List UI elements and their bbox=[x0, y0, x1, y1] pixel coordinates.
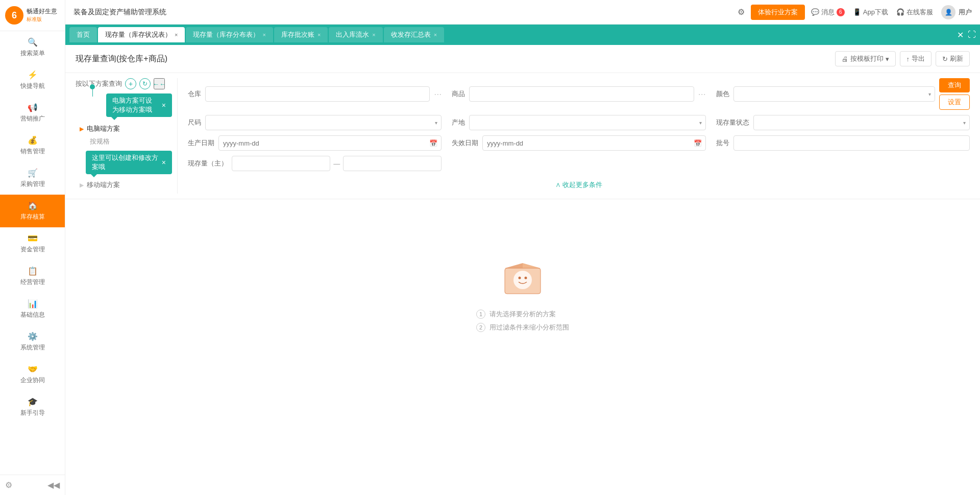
sidebar-item-finance[interactable]: 💳 资金管理 bbox=[0, 227, 65, 260]
export-button[interactable]: ↑ 导出 bbox=[900, 51, 932, 66]
page-header-actions: 🖨 按模板打印 ▾ ↑ 导出 ↻ 刷新 bbox=[835, 51, 970, 66]
topbar-gear-button[interactable]: ⚙ bbox=[738, 7, 745, 17]
color-select[interactable] bbox=[733, 86, 935, 102]
avatar: 👤 bbox=[941, 5, 955, 19]
inv-status-select[interactable] bbox=[753, 115, 970, 130]
sidebar-item-search[interactable]: 🔍 搜索菜单 bbox=[0, 31, 65, 64]
collapse-icon: ∧ bbox=[555, 181, 561, 188]
sidebar-item-operations[interactable]: 📋 经营管理 bbox=[0, 260, 65, 293]
collapse-label: 收起更多条件 bbox=[562, 181, 602, 188]
reset-button[interactable]: 设置 bbox=[939, 95, 970, 110]
origin-select[interactable] bbox=[469, 115, 705, 130]
filter-row2: 尺码 ▾ 产地 bbox=[188, 115, 970, 130]
basicinfo-icon: 📊 bbox=[28, 299, 38, 309]
topbar: 装备及固定资产辅助管理系统 ⚙ 体验行业方案 💬 消息 6 📱 App下载 🎧 … bbox=[65, 0, 980, 25]
collapse-row[interactable]: ∧ 收起更多条件 bbox=[188, 176, 970, 194]
close-tab-receivable-summary[interactable]: × bbox=[434, 32, 437, 38]
warehouse-input[interactable] bbox=[205, 86, 430, 102]
filter-warehouse: 仓库 ··· bbox=[188, 86, 442, 102]
filter-prod-date: 生产日期 📅 bbox=[188, 135, 442, 151]
settings-icon[interactable]: ⚙ bbox=[5, 480, 12, 490]
sidebar-item-collab-label: 企业协同 bbox=[20, 376, 45, 385]
sidebar-item-purchase[interactable]: 🛒 采购管理 bbox=[0, 162, 65, 195]
scheme-tooltip2-container: 这里可以创建和修改方案哦 × bbox=[86, 151, 172, 174]
refresh-scheme-button[interactable]: ↻ bbox=[139, 78, 151, 89]
scheme-pc-item[interactable]: ▶ 电脑端方案 bbox=[76, 122, 172, 135]
expiry-date-input[interactable] bbox=[482, 135, 705, 151]
search-button[interactable]: 查询 bbox=[939, 78, 970, 92]
tab-batch-account-label: 库存批次账 bbox=[281, 30, 314, 39]
guide-icon: 🎓 bbox=[28, 397, 38, 407]
export-label: 导出 bbox=[912, 54, 925, 63]
add-scheme-button[interactable]: + bbox=[125, 78, 136, 89]
close-all-tabs-button[interactable]: ✕ bbox=[957, 30, 964, 40]
message-button[interactable]: 💬 消息 6 bbox=[811, 8, 845, 17]
marketing-icon: 📢 bbox=[28, 103, 38, 112]
tab-receivable-summary[interactable]: 收发存汇总表 × bbox=[384, 27, 444, 42]
close-tooltip2-button[interactable]: × bbox=[162, 158, 166, 167]
filter-prod-date-label: 生产日期 bbox=[188, 138, 214, 148]
tab-home[interactable]: 首页 bbox=[69, 27, 97, 42]
fullscreen-button[interactable]: ⛶ bbox=[968, 30, 976, 40]
tab-inout-flow-label: 出入库流水 bbox=[336, 30, 369, 39]
sidebar-item-guide[interactable]: 🎓 新手引导 bbox=[0, 391, 65, 423]
qty-max-input[interactable] bbox=[343, 156, 442, 171]
sub-scheme-label[interactable]: 按规格 bbox=[86, 135, 172, 148]
search-btn-group: 查询 设置 bbox=[939, 78, 970, 110]
sidebar-item-sales[interactable]: 💰 销售管理 bbox=[0, 129, 65, 162]
collapse-icon[interactable]: ◀◀ bbox=[47, 480, 60, 490]
scheme-mobile-label: 移动端方案 bbox=[87, 180, 120, 190]
close-tab-inout-flow[interactable]: × bbox=[372, 32, 375, 38]
empty-tip2: 2 用过滤条件来缩小分析范围 bbox=[476, 323, 569, 332]
back-btn[interactable]: ←← bbox=[154, 78, 165, 89]
message-badge: 6 bbox=[837, 8, 845, 16]
tab-inventory-dist[interactable]: 现存量（库存分布表） × bbox=[186, 27, 273, 42]
close-tab-inventory-status[interactable]: × bbox=[175, 32, 178, 38]
sidebar-item-marketing[interactable]: 📢 营销推广 bbox=[0, 97, 65, 129]
tab-batch-account[interactable]: 库存批次账 × bbox=[274, 27, 328, 42]
sidebar-item-collab[interactable]: 🤝 企业协同 bbox=[0, 358, 65, 391]
sidebar-item-basicinfo-label: 基础信息 bbox=[20, 311, 45, 319]
sidebar-item-basicinfo[interactable]: 📊 基础信息 bbox=[0, 293, 65, 325]
sidebar-item-system-label: 系统管理 bbox=[20, 343, 45, 352]
tab-inout-flow[interactable]: 出入库流水 × bbox=[329, 27, 382, 42]
filter-expiry-date: 失效日期 📅 bbox=[452, 135, 705, 151]
industry-plan-button[interactable]: 体验行业方案 bbox=[751, 5, 805, 20]
user-menu[interactable]: 👤 用户 bbox=[941, 5, 972, 19]
refresh-button[interactable]: ↻ 刷新 bbox=[936, 51, 970, 66]
sidebar-item-operations-label: 经营管理 bbox=[20, 278, 45, 287]
close-tab-inventory-dist[interactable]: × bbox=[262, 32, 265, 38]
product-dots[interactable]: ··· bbox=[698, 89, 706, 100]
prod-date-input[interactable] bbox=[218, 135, 442, 151]
tab-inventory-status[interactable]: 现存量（库存状况表） × bbox=[98, 27, 185, 42]
main-content: 装备及固定资产辅助管理系统 ⚙ 体验行业方案 💬 消息 6 📱 App下载 🎧 … bbox=[65, 0, 980, 495]
template-print-button[interactable]: 🖨 按模板打印 ▾ bbox=[835, 51, 896, 66]
scheme-mobile-item[interactable]: ▶ 移动端方案 bbox=[76, 178, 172, 192]
sidebar-item-system[interactable]: ⚙️ 系统管理 bbox=[0, 325, 65, 358]
qty-range-inputs: — bbox=[232, 156, 442, 171]
online-service-button[interactable]: 🎧 在线客服 bbox=[896, 8, 933, 17]
sidebar-item-inventory[interactable]: 🏠 库存核算 bbox=[0, 195, 65, 227]
filter-expiry-date-label: 失效日期 bbox=[452, 138, 478, 148]
batch-input[interactable] bbox=[733, 135, 970, 151]
user-label: 用户 bbox=[959, 8, 972, 17]
sub-scheme-text: 按规格 bbox=[90, 137, 110, 145]
sidebar-item-sales-label: 销售管理 bbox=[20, 147, 45, 156]
sidebar-item-inventory-label: 库存核算 bbox=[20, 213, 45, 221]
warehouse-dots[interactable]: ··· bbox=[434, 89, 442, 100]
sidebar-item-purchase-label: 采购管理 bbox=[20, 180, 45, 188]
product-input[interactable] bbox=[469, 86, 694, 102]
sidebar-item-quicknav[interactable]: ⚡ 快捷导航 bbox=[0, 64, 65, 97]
app-download-button[interactable]: 📱 App下载 bbox=[853, 8, 888, 17]
headset-icon: 🎧 bbox=[896, 8, 904, 16]
close-tab-batch-account[interactable]: × bbox=[317, 32, 321, 38]
filter-qty-range: 现存量（主） — bbox=[188, 156, 442, 171]
logo-area: 6 畅通好生意 标准版 bbox=[0, 0, 65, 31]
sales-icon: 💰 bbox=[28, 135, 38, 145]
tooltip1-arrow bbox=[111, 117, 117, 120]
tab-home-label: 首页 bbox=[77, 30, 90, 39]
filter-content: 仓库 ··· 商品 ··· bbox=[178, 78, 970, 194]
size-select[interactable] bbox=[205, 115, 442, 130]
qty-min-input[interactable] bbox=[232, 156, 330, 171]
close-tooltip1-button[interactable]: × bbox=[162, 101, 166, 109]
